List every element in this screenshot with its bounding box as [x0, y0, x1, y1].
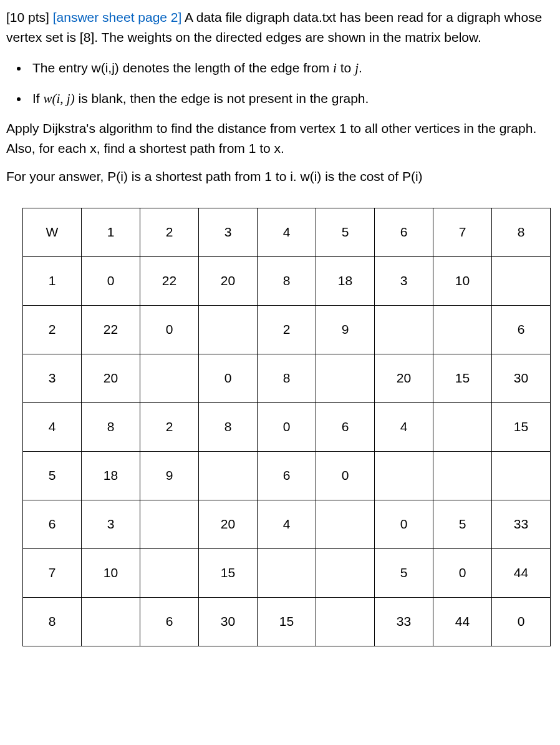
- matrix-cell-2-5: 9: [316, 305, 375, 354]
- matrix-cell-5-4: 6: [258, 451, 316, 500]
- matrix-cell-7-6: 5: [375, 548, 433, 597]
- bullet-1-post: .: [359, 61, 362, 75]
- matrix-cell-4-6: 4: [375, 402, 433, 451]
- matrix-cell-7-1: 10: [82, 548, 140, 597]
- bullet-1-pre: The entry w(i,j) denotes the length of t…: [32, 61, 333, 75]
- matrix-cell-4-3: 8: [199, 402, 258, 451]
- matrix-cell-4-1: 8: [82, 402, 140, 451]
- bullet-list: The entry w(i,j) denotes the length of t…: [6, 58, 554, 109]
- matrix-cell-6-5: [316, 500, 375, 548]
- matrix-cell-1-7: 10: [433, 256, 492, 305]
- matrix-cell-8-5: [316, 597, 375, 646]
- matrix-row-header-1: 1: [23, 256, 82, 305]
- matrix-cell-1-1: 0: [82, 256, 140, 305]
- matrix-col-header-1: 1: [82, 208, 140, 256]
- matrix-cell-4-4: 0: [258, 402, 316, 451]
- matrix-row-header-3: 3: [23, 354, 82, 402]
- matrix-cell-5-8: [492, 451, 551, 500]
- matrix-cell-8-7: 44: [433, 597, 492, 646]
- matrix-row-header-6: 6: [23, 500, 82, 548]
- matrix-cell-3-7: 15: [433, 354, 492, 402]
- matrix-cell-3-3: 0: [199, 354, 258, 402]
- matrix-cell-1-4: 8: [258, 256, 316, 305]
- matrix-cell-3-1: 20: [82, 354, 140, 402]
- matrix-cell-8-3: 30: [199, 597, 258, 646]
- matrix-row-header-7: 7: [23, 548, 82, 597]
- matrix-cell-2-6: [375, 305, 433, 354]
- matrix-cell-8-4: 15: [258, 597, 316, 646]
- matrix-cell-4-5: 6: [316, 402, 375, 451]
- matrix-row-header-4: 4: [23, 402, 82, 451]
- matrix-cell-5-6: [375, 451, 433, 500]
- bullet-item-1: The entry w(i,j) denotes the length of t…: [29, 58, 554, 79]
- matrix-cell-6-1: 3: [82, 500, 140, 548]
- matrix-cell-7-5: [316, 548, 375, 597]
- matrix-cell-3-5: [316, 354, 375, 402]
- bullet-1-mid: to: [337, 61, 355, 75]
- matrix-col-header-6: 6: [375, 208, 433, 256]
- matrix-cell-1-2: 22: [140, 256, 199, 305]
- matrix-cell-1-5: 18: [316, 256, 375, 305]
- matrix-cell-3-8: 30: [492, 354, 551, 402]
- matrix-cell-5-1: 18: [82, 451, 140, 500]
- matrix-row-header-5: 5: [23, 451, 82, 500]
- matrix-cell-5-5: 0: [316, 451, 375, 500]
- matrix-cell-2-3: [199, 305, 258, 354]
- matrix-cell-7-3: 15: [199, 548, 258, 597]
- matrix-cell-4-8: 15: [492, 402, 551, 451]
- matrix-col-header-5: 5: [316, 208, 375, 256]
- matrix-corner: W: [23, 208, 82, 256]
- para-apply: Apply Dijkstra's algorithm to find the d…: [6, 119, 554, 158]
- matrix-cell-7-2: [140, 548, 199, 597]
- matrix-cell-7-8: 44: [492, 548, 551, 597]
- matrix-cell-8-6: 33: [375, 597, 433, 646]
- para-answer: For your answer, P(i) is a shortest path…: [6, 167, 554, 187]
- matrix-col-header-7: 7: [433, 208, 492, 256]
- matrix-cell-3-4: 8: [258, 354, 316, 402]
- matrix-col-header-3: 3: [199, 208, 258, 256]
- bullet-2-post: is blank, then the edge is not present i…: [75, 91, 369, 105]
- matrix-cell-4-2: 2: [140, 402, 199, 451]
- matrix-cell-6-2: [140, 500, 199, 548]
- matrix-cell-1-6: 3: [375, 256, 433, 305]
- matrix-cell-6-3: 20: [199, 500, 258, 548]
- matrix-col-header-2: 2: [140, 208, 199, 256]
- bullet-item-2: If w(i, j) is blank, then the edge is no…: [29, 89, 554, 109]
- bullet-2-wij: w(i, j): [44, 91, 75, 106]
- matrix-cell-5-2: 9: [140, 451, 199, 500]
- matrix-cell-2-4: 2: [258, 305, 316, 354]
- matrix-cell-8-1: [82, 597, 140, 646]
- matrix-cell-8-8: 0: [492, 597, 551, 646]
- matrix-cell-3-2: [140, 354, 199, 402]
- matrix-col-header-8: 8: [492, 208, 551, 256]
- problem-intro: [10 pts] [answer sheet page 2] A data fi…: [6, 7, 554, 47]
- matrix-cell-6-4: 4: [258, 500, 316, 548]
- matrix-cell-1-8: [492, 256, 551, 305]
- matrix-cell-5-7: [433, 451, 492, 500]
- matrix-cell-2-1: 22: [82, 305, 140, 354]
- matrix-col-header-4: 4: [258, 208, 316, 256]
- matrix-cell-5-3: [199, 451, 258, 500]
- matrix-cell-2-8: 6: [492, 305, 551, 354]
- matrix-cell-4-7: [433, 402, 492, 451]
- matrix-cell-3-6: 20: [375, 354, 433, 402]
- bullet-2-pre: If: [32, 91, 44, 105]
- matrix-cell-8-2: 6: [140, 597, 199, 646]
- matrix-cell-6-7: 5: [433, 500, 492, 548]
- weight-matrix-table: W123456781022208183102220296320082015304…: [22, 208, 551, 646]
- matrix-cell-2-2: 0: [140, 305, 199, 354]
- matrix-cell-7-4: [258, 548, 316, 597]
- answer-sheet-link[interactable]: [answer sheet page 2]: [53, 10, 182, 24]
- matrix-cell-6-8: 33: [492, 500, 551, 548]
- matrix-row-header-2: 2: [23, 305, 82, 354]
- matrix-cell-1-3: 20: [199, 256, 258, 305]
- points-label: [10 pts]: [6, 10, 49, 24]
- matrix-cell-2-7: [433, 305, 492, 354]
- matrix-cell-7-7: 0: [433, 548, 492, 597]
- matrix-cell-6-6: 0: [375, 500, 433, 548]
- matrix-row-header-8: 8: [23, 597, 82, 646]
